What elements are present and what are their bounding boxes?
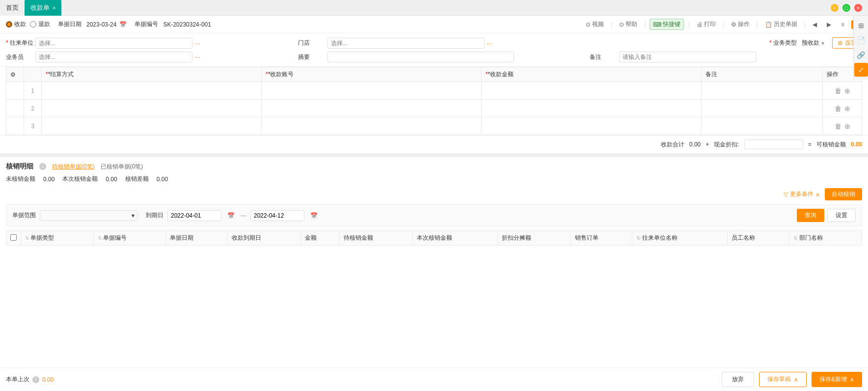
query-label: 查询: [805, 212, 816, 219]
select-all-checkbox[interactable]: [10, 234, 17, 241]
sidebar-link-icon[interactable]: 🔗: [854, 48, 868, 62]
due-date-start-input[interactable]: [167, 210, 221, 221]
receipt-radio[interactable]: [6, 21, 12, 28]
verify-info-icon[interactable]: i: [39, 163, 46, 170]
col-counterpart-header[interactable]: ⇅ 往来单位名称: [632, 231, 728, 246]
salesperson-field: 业务员 ···: [6, 52, 278, 62]
sidebar-expand-icon[interactable]: ⤢: [854, 63, 868, 77]
row1-copy-icon[interactable]: ⊕: [844, 87, 850, 95]
row2-delete-icon[interactable]: 🗑: [835, 105, 841, 112]
form-row-2: 业务员 ··· 摘要 备注: [6, 52, 862, 62]
tab-home[interactable]: 首页: [0, 0, 25, 16]
receipt-radio-label[interactable]: 收款: [6, 20, 26, 28]
equals-sign: =: [808, 141, 812, 148]
query-button[interactable]: 查询: [797, 209, 824, 222]
save-new-button[interactable]: 保存&新增 ∧: [812, 372, 862, 387]
store-label: 门店: [298, 39, 327, 47]
col-salesorder-header: 销售订单: [570, 231, 632, 246]
notes-input-wrap: [619, 52, 862, 62]
sidebar-doc-icon[interactable]: 📄: [854, 33, 868, 47]
biz-type-arrow[interactable]: ▾: [821, 40, 824, 47]
shortcut-btn[interactable]: ⌨ 快捷键: [650, 19, 684, 30]
col-checkbox-header: [6, 231, 21, 246]
more-conditions-btn[interactable]: ▽ 更多条件 ∧: [784, 190, 820, 198]
section-separator: [0, 153, 868, 157]
salesperson-more-btn[interactable]: ···: [194, 53, 200, 61]
col-type-header[interactable]: ⇅ 单据类型: [21, 231, 94, 246]
summary-label: 摘要: [298, 53, 327, 61]
col-amount-header: **收款金额: [481, 67, 701, 82]
tab-receipt-label: 收款单: [30, 3, 50, 12]
row2-settle[interactable]: [42, 100, 262, 117]
row3-amount[interactable]: [481, 117, 701, 135]
row2-notes[interactable]: [701, 100, 822, 117]
prev-label: 本单上次: [6, 375, 29, 384]
biz-type-select[interactable]: 预收款 ▾: [802, 39, 824, 47]
row3-copy-icon[interactable]: ⊕: [844, 122, 850, 130]
col-salesorder-label: 销售订单: [575, 234, 598, 241]
detail-table: ⇅ 单据类型 ⇅ 单据编号 单据日期 收款到期日 金额: [6, 230, 862, 246]
list-icon[interactable]: ≡: [838, 20, 847, 29]
counterpart-more-btn[interactable]: ···: [194, 39, 200, 47]
counterpart-input-wrap: ···: [35, 38, 278, 49]
pending-tab[interactable]: 待核销单据(0笔): [52, 163, 95, 171]
row2-copy-icon[interactable]: ⊕: [844, 105, 850, 112]
table-row: 2 🗑 ⊕: [6, 100, 862, 117]
refund-radio[interactable]: [30, 21, 36, 28]
abandon-button[interactable]: 放弃: [722, 372, 754, 387]
refund-radio-label[interactable]: 退款: [30, 20, 50, 28]
next-nav-icon[interactable]: ▶: [824, 20, 834, 29]
calendar-start-icon[interactable]: 📅: [227, 212, 235, 219]
sidebar-table-icon[interactable]: ⊞: [854, 19, 868, 32]
range-select[interactable]: ▾: [40, 210, 138, 221]
store-more-btn[interactable]: ···: [487, 39, 492, 47]
row1-amount[interactable]: [481, 82, 701, 100]
calendar-end-icon[interactable]: 📅: [310, 212, 318, 219]
row3-delete-icon[interactable]: 🗑: [835, 122, 841, 130]
row1-notes[interactable]: [701, 82, 822, 100]
counterpart-input[interactable]: [35, 38, 192, 49]
salesperson-input[interactable]: [35, 52, 192, 62]
tab-close-icon[interactable]: ×: [53, 5, 55, 11]
close-button[interactable]: ×: [854, 4, 862, 12]
prev-nav-icon[interactable]: ◀: [810, 20, 820, 29]
operations-btn[interactable]: ⚙ 操作: [728, 19, 753, 29]
due-date-end-input[interactable]: [250, 210, 304, 221]
store-input[interactable]: [327, 38, 485, 49]
save-draft-button[interactable]: 保存草稿 ∧: [759, 372, 807, 387]
row3-settle[interactable]: [42, 117, 262, 135]
col-discount-header: 折扣分摊额: [497, 231, 570, 246]
video-btn[interactable]: ⊙ 视频: [583, 19, 607, 29]
minimize-button[interactable]: −: [831, 4, 839, 12]
table-row: 1 🗑 ⊕: [6, 82, 862, 100]
verified-tab[interactable]: 已核销单据(0笔): [101, 163, 143, 171]
form-section: 往来单位 ··· 门店 ··· 业务类型 预收款 ▾: [0, 33, 868, 67]
row1-delete-icon[interactable]: 🗑: [835, 87, 841, 95]
row2-account[interactable]: [261, 100, 481, 117]
col-dept-header[interactable]: ⇅ 部门名称: [789, 231, 862, 246]
history-btn[interactable]: 📋 历史单据: [762, 19, 800, 29]
row1-account[interactable]: [261, 82, 481, 100]
summary-input[interactable]: [327, 52, 514, 62]
row3-account[interactable]: [261, 117, 481, 135]
row2-num: 2: [24, 100, 42, 117]
help-label: 帮助: [625, 20, 637, 28]
col-docnum-header[interactable]: ⇅ 单据编号: [93, 231, 166, 246]
row3-notes[interactable]: [701, 117, 822, 135]
print-btn[interactable]: 🖨 打印: [694, 19, 719, 29]
tab-receipt[interactable]: 收款单 ×: [25, 0, 61, 16]
set-button[interactable]: 设置: [827, 209, 856, 222]
discount-input[interactable]: [744, 140, 803, 149]
row2-amount[interactable]: [481, 100, 701, 117]
auto-verify-button[interactable]: 自动核销: [825, 188, 862, 200]
notes-input[interactable]: [619, 52, 757, 62]
help-btn[interactable]: ⊙ 帮助: [616, 19, 640, 29]
maximize-button[interactable]: □: [842, 4, 850, 12]
row1-settle[interactable]: [42, 82, 262, 100]
print-label: 打印: [704, 20, 716, 28]
bottom-info-icon[interactable]: i: [32, 376, 39, 383]
calendar-icon[interactable]: 📅: [119, 21, 127, 28]
toolbar-actions: ⊙ 视频 | ⊙ 帮助 | ⌨ 快捷键 | 🖨 打印 | ⚙ 操作: [583, 19, 862, 30]
filter-row: ▽ 更多条件 ∧ 自动核销: [6, 188, 862, 200]
col-settings-header[interactable]: ⚙: [6, 67, 24, 82]
